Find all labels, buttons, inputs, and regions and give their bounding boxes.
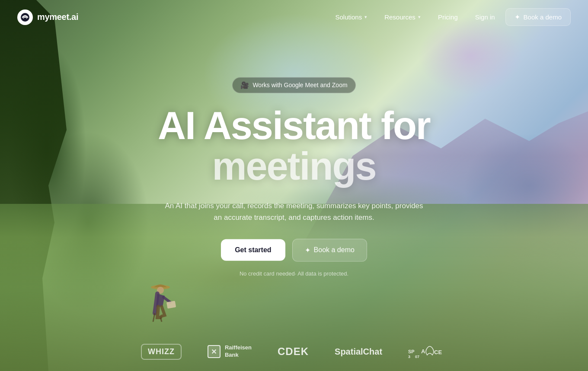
svg-text:A: A bbox=[421, 348, 425, 355]
svg-text:CE: CE bbox=[434, 349, 442, 355]
camera-icon: 🎥 bbox=[240, 81, 249, 89]
hero-title: AI Assistant for meetings bbox=[121, 106, 467, 187]
raiffeisen-text: Raiffeisen Bank bbox=[225, 344, 252, 359]
svg-text:07: 07 bbox=[415, 355, 419, 359]
pricing-nav[interactable]: Pricing bbox=[431, 10, 465, 24]
brand-sp3: SP 3 07 A CE bbox=[408, 344, 447, 359]
solutions-chevron-icon: ▾ bbox=[364, 14, 367, 20]
logo[interactable]: mymeet.ai bbox=[17, 10, 78, 25]
navbar: mymeet.ai Solutions ▾ Resources ▾ Pricin… bbox=[0, 0, 588, 34]
get-started-button[interactable]: Get started bbox=[221, 239, 285, 261]
brand-spatialchat: SpatialChat bbox=[335, 347, 382, 357]
brand-whizz: WHiZZ bbox=[141, 344, 182, 360]
sparkle-icon: ✦ bbox=[514, 13, 520, 21]
hero-content: 🎥 Works with Google Meet and Zoom AI Ass… bbox=[121, 77, 467, 276]
resources-chevron-icon: ▾ bbox=[418, 14, 421, 20]
hero-subtitle: An AI that joins your call, records the … bbox=[164, 200, 424, 223]
sp3-logo: SP 3 07 A CE bbox=[408, 344, 447, 359]
logo-text: mymeet.ai bbox=[37, 12, 78, 22]
whizz-logo: WHiZZ bbox=[141, 344, 182, 360]
resources-nav[interactable]: Resources ▾ bbox=[377, 10, 428, 24]
svg-text:3: 3 bbox=[408, 355, 410, 359]
raiffeisen-icon: ✕ bbox=[208, 345, 220, 358]
signin-nav[interactable]: Sign in bbox=[468, 10, 502, 24]
solutions-nav[interactable]: Solutions ▾ bbox=[328, 10, 374, 24]
nav-links: Solutions ▾ Resources ▾ Pricing Sign in … bbox=[328, 8, 571, 26]
logo-strip: WHiZZ ✕ Raiffeisen Bank CDEK SpatialChat… bbox=[0, 332, 588, 371]
cdek-logo: CDEK bbox=[278, 346, 309, 358]
spatialchat-logo: SpatialChat bbox=[335, 347, 382, 357]
nav-book-demo-button[interactable]: ✦ Book a demo bbox=[505, 8, 571, 26]
hero-title-line1: AI Assistant for bbox=[121, 106, 467, 145]
brand-cdek: CDEK bbox=[278, 346, 309, 358]
brand-raiffeisen: ✕ Raiffeisen Bank bbox=[208, 344, 252, 359]
disclaimer-text: No credit card needed· All data is prote… bbox=[121, 270, 467, 277]
works-badge: 🎥 Works with Google Meet and Zoom bbox=[232, 77, 355, 93]
hero-sparkle-icon: ✦ bbox=[305, 246, 310, 254]
logo-icon bbox=[17, 10, 33, 25]
hero-title-line2: meetings bbox=[121, 145, 467, 187]
hero-book-demo-button[interactable]: ✦ Book a demo bbox=[292, 239, 367, 262]
svg-text:SP: SP bbox=[408, 349, 415, 354]
hero-buttons: Get started ✦ Book a demo bbox=[121, 239, 467, 262]
